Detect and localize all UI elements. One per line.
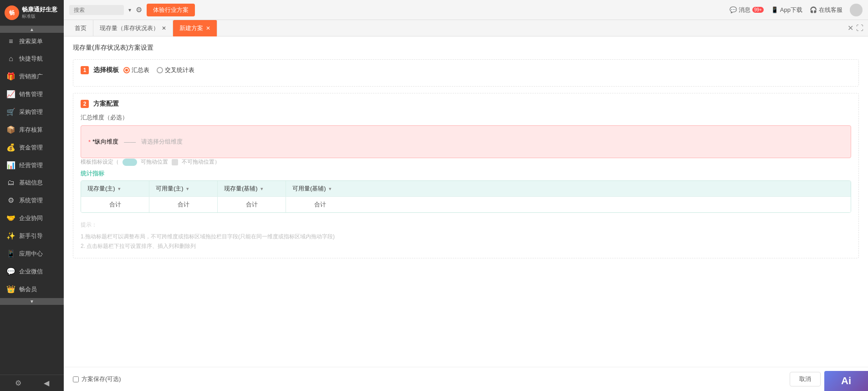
stats-total-0: 合计 xyxy=(81,197,149,212)
sidebar-item-label: 采购管理 xyxy=(19,108,43,116)
maximize-btn[interactable]: ⛶ xyxy=(856,24,863,32)
settings-button[interactable]: ⚙ xyxy=(15,379,21,387)
dimension-box[interactable]: * *纵向维度 —— 请选择分组维度 xyxy=(81,125,851,158)
logo-icon: 畅 xyxy=(5,5,19,20)
vertical-dim-label: *纵向维度 xyxy=(92,138,118,146)
page-title: 现存量(库存状况表)方案设置 xyxy=(73,44,859,52)
app-download-label: App下载 xyxy=(780,6,802,14)
col-0-dropdown[interactable]: ▾ xyxy=(118,186,121,192)
sidebar-nav: ≡ 搜索菜单 ⌂ 快捷导航 🎁 营销推广 📈 销售管理 🛒 采购管理 📦 库存核… xyxy=(0,33,64,298)
step2-header: 2 方案配置 xyxy=(81,100,851,108)
tab-inventory-label: 现存量（库存状况表） xyxy=(100,24,159,32)
sales-icon: 📈 xyxy=(6,90,15,98)
tab-home[interactable]: 首页 xyxy=(68,20,93,36)
sidebar-item-finance[interactable]: 💰 资金管理 xyxy=(0,139,64,156)
sidebar-logo: 畅 畅康通好生意 标准版 xyxy=(0,0,64,26)
trial-button[interactable]: 体验行业方案 xyxy=(147,4,195,16)
sidebar-item-wechat[interactable]: 💬 企业微信 xyxy=(0,262,64,280)
sidebar-item-label: 营销推广 xyxy=(19,72,43,81)
topbar: ▾ ⚙ 体验行业方案 💬 消息 99+ 📱 App下载 🎧 在线客服 xyxy=(64,0,868,20)
cancel-button[interactable]: 取消 xyxy=(790,372,821,386)
step1-title: 选择模板 xyxy=(93,66,119,74)
new-guide-icon: ✨ xyxy=(6,232,15,240)
step1-section: 1 选择模板 汇总表 交叉统计表 xyxy=(73,59,859,87)
sidebar-item-label: 畅会员 xyxy=(19,285,37,293)
sidebar-item-label: 系统管理 xyxy=(19,196,43,205)
avatar[interactable] xyxy=(850,4,863,16)
tab-inventory-close[interactable]: ✕ xyxy=(162,26,166,31)
app-download-item[interactable]: 📱 App下载 xyxy=(771,6,802,14)
radio-summary[interactable]: 汇总表 xyxy=(123,66,149,74)
search-input[interactable] xyxy=(69,5,124,15)
col-1-dropdown[interactable]: ▾ xyxy=(186,186,189,192)
sidebar-item-label: 经营管理 xyxy=(19,161,43,170)
page-footer: 方案保存(可选) 取消 查询 xyxy=(64,367,868,391)
sidebar-item-label: 应用中心 xyxy=(19,250,43,258)
stats-col-3[interactable]: 可用量(基辅) ▾ xyxy=(286,181,354,196)
stats-col-2[interactable]: 现存量(基辅) ▾ xyxy=(218,181,286,196)
sidebar-scroll-up[interactable]: ▲ xyxy=(0,26,64,33)
dropdown-button[interactable]: ▾ xyxy=(128,7,131,13)
save-label: 方案保存(可选) xyxy=(82,375,121,383)
save-checkbox[interactable]: 方案保存(可选) xyxy=(73,375,121,383)
sidebar-item-inventory[interactable]: 📦 库存核算 xyxy=(0,121,64,139)
tab-inventory-status[interactable]: 现存量（库存状况表） ✕ xyxy=(93,20,173,36)
sidebar-footer: ⚙ ◀ xyxy=(0,375,64,391)
close-tab-btn[interactable]: ✕ xyxy=(848,24,853,32)
logo-text-block: 畅康通好生意 标准版 xyxy=(22,6,57,20)
drag-indicator-box xyxy=(123,159,137,166)
base-info-icon: 🗂 xyxy=(6,179,15,187)
online-service-item[interactable]: 🎧 在线客服 xyxy=(810,6,842,14)
sidebar-item-cooperation[interactable]: 🤝 企业协同 xyxy=(0,209,64,227)
sidebar-item-quick-nav[interactable]: ⌂ 快捷导航 xyxy=(0,50,64,67)
tab-new-scheme[interactable]: 新建方案 ✕ xyxy=(173,20,217,36)
sidebar-item-label: 销售管理 xyxy=(19,90,43,98)
inventory-icon: 📦 xyxy=(6,125,15,134)
messages-item[interactable]: 💬 消息 99+ xyxy=(730,6,764,14)
tips-box: 提示： 1.拖动标题栏可以调整布局，不可跨维度或指标区域拖拉栏目字段(只能在同一… xyxy=(81,220,851,252)
col-3-dropdown[interactable]: ▾ xyxy=(329,186,332,192)
collapse-button[interactable]: ◀ xyxy=(44,379,49,387)
ai-badge[interactable]: Ai xyxy=(824,371,868,391)
col-2-dropdown[interactable]: ▾ xyxy=(260,186,263,192)
tab-new-scheme-label: 新建方案 xyxy=(179,24,203,32)
topbar-right: 💬 消息 99+ 📱 App下载 🎧 在线客服 xyxy=(730,4,863,16)
save-checkbox-input[interactable] xyxy=(73,376,79,382)
tabbar-actions: ✕ ⛶ xyxy=(848,24,863,32)
stats-total-1: 合计 xyxy=(149,197,218,212)
sidebar-item-sales[interactable]: 📈 销售管理 xyxy=(0,85,64,103)
col-3-label: 可用量(基辅) xyxy=(292,185,326,193)
sidebar-item-base-info[interactable]: 🗂 基础信息 xyxy=(0,174,64,191)
members-icon: 👑 xyxy=(6,285,15,293)
logo-subtitle: 标准版 xyxy=(22,13,57,20)
sidebar-item-label: 快捷导航 xyxy=(19,55,43,63)
tip-1: 1.拖动标题栏可以调整布局，不可跨维度或指标区域拖拉栏目字段(只能在同一维度或指… xyxy=(81,232,851,242)
page-content: 现存量(库存状况表)方案设置 1 选择模板 汇总表 交叉统计表 xyxy=(64,36,868,367)
step2-badge: 2 xyxy=(81,100,89,108)
main-area: ▾ ⚙ 体验行业方案 💬 消息 99+ 📱 App下载 🎧 在线客服 首页 xyxy=(64,0,868,391)
stats-col-1[interactable]: 可用量(主) ▾ xyxy=(149,181,218,196)
purchase-icon: 🛒 xyxy=(6,108,15,116)
radio-cross[interactable]: 交叉统计表 xyxy=(157,66,194,74)
sidebar-item-system[interactable]: ⚙ 系统管理 xyxy=(0,191,64,209)
tabbar: 首页 现存量（库存状况表） ✕ 新建方案 ✕ ✕ ⛶ xyxy=(64,20,868,36)
radio-cross-dot xyxy=(157,67,163,73)
no-drag-indicator-box xyxy=(172,159,178,165)
sidebar-item-app-center[interactable]: 📱 应用中心 xyxy=(0,245,64,262)
sidebar-item-marketing[interactable]: 🎁 营销推广 xyxy=(0,67,64,85)
sidebar-item-purchase[interactable]: 🛒 采购管理 xyxy=(0,103,64,121)
sidebar-item-members[interactable]: 👑 畅会员 xyxy=(0,280,64,298)
tab-home-label: 首页 xyxy=(75,24,87,32)
sidebar-item-new-guide[interactable]: ✨ 新手引导 xyxy=(0,227,64,245)
gear-button[interactable]: ⚙ xyxy=(136,5,142,14)
sidebar-item-label: 企业协同 xyxy=(19,214,43,222)
sidebar-item-label: 基础信息 xyxy=(19,179,43,187)
sidebar-scroll-down[interactable]: ▼ xyxy=(0,298,64,305)
stats-col-0[interactable]: 现存量(主) ▾ xyxy=(81,181,149,196)
required-mark: * xyxy=(88,139,91,145)
sidebar-item-search-menu[interactable]: ≡ 搜索菜单 xyxy=(0,33,64,50)
sidebar-item-operation[interactable]: 📊 经营管理 xyxy=(0,156,64,174)
quick-nav-icon: ⌂ xyxy=(6,55,15,63)
indicator-no-drag-label: 不可拖动位置） xyxy=(182,158,220,166)
tab-new-scheme-close[interactable]: ✕ xyxy=(206,26,210,31)
